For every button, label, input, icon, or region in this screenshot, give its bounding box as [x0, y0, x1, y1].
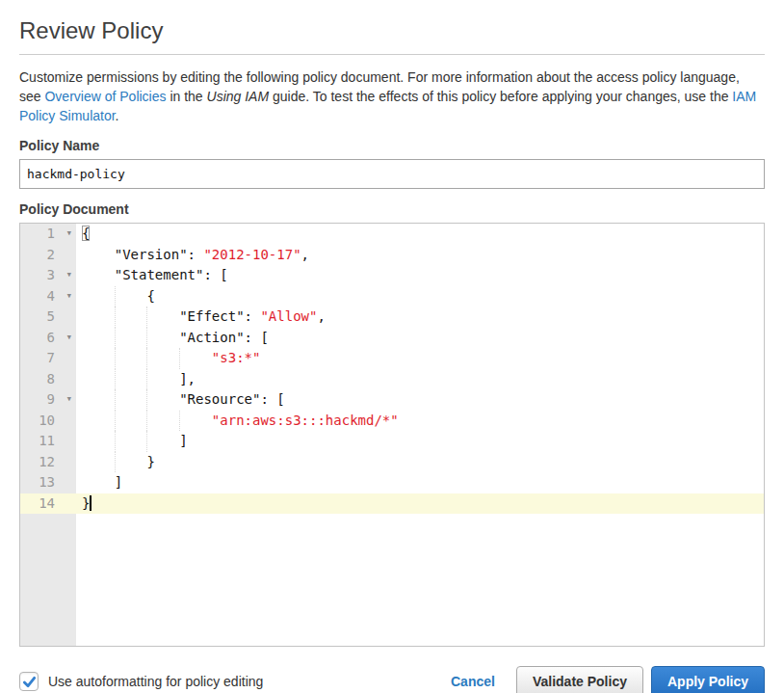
- line-number: 3▾: [20, 265, 76, 286]
- code-line[interactable]: }: [76, 493, 764, 515]
- apply-policy-button[interactable]: Apply Policy: [651, 666, 765, 693]
- indent-guide: [146, 411, 147, 432]
- code-line[interactable]: "Resource": [: [76, 389, 764, 411]
- code-line[interactable]: "s3:*": [76, 348, 764, 369]
- line-number: 2: [20, 245, 76, 266]
- fold-arrow-icon[interactable]: ▾: [65, 388, 72, 410]
- code-line[interactable]: "arn:aws:s3:::hackmd/*": [76, 411, 764, 432]
- editor-line: 13 ]: [20, 472, 764, 493]
- json-plain-token: }: [82, 495, 90, 511]
- intro-part-4: .: [116, 108, 119, 123]
- code-line[interactable]: "Version": "2012-10-17",: [76, 245, 764, 266]
- json-string-token: "2012-10-17": [203, 247, 301, 262]
- policy-document-label: Policy Document: [19, 201, 765, 217]
- policy-name-label: Policy Name: [19, 138, 765, 153]
- json-plain-token: "Resource": [: [82, 391, 285, 407]
- json-plain-token: {: [82, 226, 90, 241]
- line-number: 1▾: [20, 224, 76, 245]
- editor-line: 7 "s3:*": [20, 348, 764, 369]
- json-plain-token: "Effect":: [82, 308, 260, 324]
- code-line[interactable]: }: [76, 452, 764, 473]
- indent-guide: [115, 286, 116, 307]
- indent-guide: [146, 431, 147, 452]
- line-number: 7: [20, 348, 76, 369]
- validate-policy-button[interactable]: Validate Policy: [516, 666, 643, 693]
- code-line[interactable]: ]: [76, 472, 764, 493]
- policy-document-editor[interactable]: 1▾{2 "Version": "2012-10-17",3▾ "Stateme…: [19, 223, 765, 647]
- code-line[interactable]: ]: [76, 431, 764, 452]
- indent-guide: [115, 307, 116, 328]
- editor-line: 9▾ "Resource": [: [20, 389, 764, 411]
- indent-guide: [115, 369, 116, 390]
- indent-guide: [115, 348, 116, 369]
- editor-line: 3▾ "Statement": [: [20, 265, 764, 286]
- code-line[interactable]: ],: [76, 369, 764, 390]
- cancel-link[interactable]: Cancel: [451, 674, 495, 689]
- editor-line: 1▾{: [20, 224, 764, 245]
- line-number: 12: [20, 452, 76, 473]
- line-number: 11: [20, 431, 76, 452]
- editor-line: 6▾ "Action": [: [20, 328, 764, 349]
- json-plain-token: "Action": [: [82, 330, 269, 345]
- editor-line: 2 "Version": "2012-10-17",: [20, 245, 764, 266]
- line-number: 5: [20, 307, 76, 328]
- fold-arrow-icon[interactable]: ▾: [65, 285, 72, 307]
- footer-bar: Use autoformatting for policy editing Ca…: [19, 666, 765, 693]
- intro-part-2: in the: [167, 89, 207, 104]
- indent-guide: [115, 431, 116, 452]
- indent-guide: [146, 369, 147, 390]
- json-string-token: "s3:*": [212, 350, 261, 365]
- code-line[interactable]: "Effect": "Allow",: [76, 307, 764, 328]
- indent-guide: [115, 411, 116, 432]
- line-number: 10: [20, 411, 76, 432]
- editor-line: 5 "Effect": "Allow",: [20, 307, 764, 328]
- fold-arrow-icon[interactable]: ▾: [65, 223, 72, 244]
- json-plain-token: ]: [82, 474, 122, 490]
- indent-guide: [115, 452, 116, 473]
- autoformat-checkbox-row: Use autoformatting for policy editing: [19, 672, 263, 691]
- code-line[interactable]: {: [76, 224, 764, 245]
- indent-guide: [146, 348, 147, 369]
- autoformat-checkbox[interactable]: [19, 672, 39, 691]
- json-string-token: "Allow": [260, 308, 317, 324]
- fold-arrow-icon[interactable]: ▾: [65, 264, 72, 285]
- code-line[interactable]: "Statement": [: [76, 265, 764, 286]
- indent-guide: [146, 328, 147, 349]
- code-line[interactable]: "Action": [: [76, 328, 764, 349]
- line-number: 6▾: [20, 328, 76, 349]
- autoformat-label: Use autoformatting for policy editing: [48, 674, 263, 689]
- json-plain-token: ]: [82, 433, 188, 448]
- editor-line: 12 }: [20, 452, 764, 473]
- editor-line: 10 "arn:aws:s3:::hackmd/*": [20, 411, 764, 432]
- intro-text: Customize permissions by editing the fol…: [19, 67, 765, 125]
- editor-line: 14}: [20, 493, 764, 515]
- title-divider: [19, 54, 765, 55]
- code-line[interactable]: {: [76, 286, 764, 307]
- line-number: 4▾: [20, 286, 76, 307]
- json-plain-token: ,: [301, 247, 309, 262]
- line-number: 9▾: [20, 389, 76, 411]
- indent-guide: [146, 389, 147, 411]
- indent-guide: [115, 389, 116, 411]
- page-title: Review Policy: [19, 17, 765, 44]
- json-plain-token: ],: [82, 371, 196, 386]
- indent-guide: [179, 411, 180, 432]
- line-number: 8: [20, 369, 76, 390]
- indent-guide: [179, 348, 180, 369]
- editor-line: 4▾ {: [20, 286, 764, 307]
- json-string-token: "arn:aws:s3:::hackmd/*": [212, 413, 399, 428]
- json-plain-token: "Version":: [82, 247, 203, 262]
- json-plain-token: }: [82, 454, 155, 469]
- editor-line: 11 ]: [20, 431, 764, 452]
- line-number: 14: [20, 493, 76, 515]
- indent-guide: [146, 307, 147, 328]
- overview-of-policies-link[interactable]: Overview of Policies: [44, 89, 166, 104]
- indent-guide: [115, 328, 116, 349]
- text-cursor: [90, 495, 91, 511]
- line-number: 13: [20, 472, 76, 493]
- using-iam-guide-name: Using IAM: [207, 89, 270, 104]
- editor-line: 8 ],: [20, 369, 764, 390]
- policy-name-input[interactable]: [19, 159, 765, 189]
- checkmark-icon: [22, 675, 37, 689]
- fold-arrow-icon[interactable]: ▾: [65, 327, 72, 348]
